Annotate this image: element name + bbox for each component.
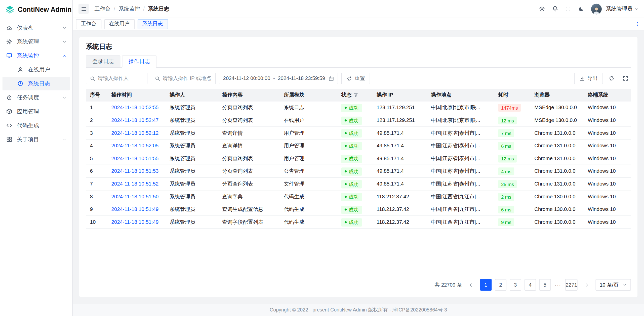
avatar[interactable]: [591, 4, 601, 14]
settings-button[interactable]: [536, 3, 548, 15]
operation-time-link[interactable]: 2024-11-18 10:52:12: [111, 130, 158, 136]
breadcrumb-current: 系统日志: [148, 5, 169, 12]
export-button[interactable]: 导出: [574, 73, 603, 84]
pagination-total: 共 22709 条: [435, 281, 462, 288]
status-dot: [345, 158, 347, 160]
operation-time-link[interactable]: 2024-11-18 10:51:49: [111, 206, 158, 212]
operation-time-link[interactable]: 2024-11-18 10:51:55: [111, 156, 158, 161]
ip-search-input[interactable]: [163, 75, 212, 81]
operation-time-link[interactable]: 2024-11-18 10:51:53: [111, 168, 158, 174]
row-os: Windows 10: [584, 140, 631, 152]
menu-icon: [81, 6, 87, 12]
page-ellipsis[interactable]: ···: [554, 282, 562, 288]
sidebar-collapse-button[interactable]: [78, 4, 89, 14]
row-module: 用户管理: [280, 140, 337, 152]
operation-time-link[interactable]: 2024-11-18 10:51:49: [111, 219, 158, 225]
notifications-button[interactable]: [549, 3, 561, 15]
tab-login-log[interactable]: 登录日志: [86, 55, 120, 68]
row-index: 9: [86, 203, 107, 215]
row-ip: 123.117.129.251: [373, 101, 427, 114]
row-os: Windows 10: [584, 101, 631, 114]
status-dot: [345, 145, 347, 147]
row-module: 代码生成: [280, 203, 337, 215]
sidebar-item-label: 系统监控: [17, 52, 39, 59]
tab-workbench[interactable]: 工作台: [76, 19, 101, 29]
status-text: 成功: [349, 178, 358, 190]
row-browser: MSEdge 130.0.0.0: [530, 114, 584, 126]
prev-page-button[interactable]: [465, 279, 477, 291]
sidebar-item-system-management[interactable]: 系统管理: [3, 35, 70, 49]
operator-search-input[interactable]: [98, 75, 143, 81]
row-location: 中国|江苏省|泰州市|...: [427, 140, 494, 152]
row-ip: 49.85.171.4: [373, 152, 427, 165]
logo[interactable]: ContiNew Admin: [0, 0, 72, 19]
tab-system-log[interactable]: 系统日志: [137, 19, 168, 29]
duration-badge: 12 ms: [498, 117, 517, 124]
dark-mode-button[interactable]: [575, 3, 587, 15]
chevron-up-icon: [62, 54, 66, 58]
page-button-1[interactable]: 1: [480, 279, 492, 291]
page-button-3[interactable]: 3: [510, 279, 521, 291]
sidebar-item-about-project[interactable]: 关于项目: [3, 132, 70, 146]
expand-icon: [623, 75, 628, 81]
tab-online-users[interactable]: 在线用户: [104, 19, 135, 29]
next-page-button[interactable]: [581, 279, 592, 291]
gear-icon: [539, 6, 545, 12]
fullscreen-button[interactable]: [562, 3, 574, 15]
sidebar: ContiNew Admin 仪表盘 系统管理 系统监控 在线用户: [0, 0, 73, 316]
duration-badge: 4 ms: [498, 167, 514, 175]
column-header: 所属模块: [280, 89, 337, 101]
refresh-icon: [609, 75, 615, 81]
row-os: Windows 10: [584, 216, 631, 228]
code-icon: [6, 122, 12, 128]
page-title: 系统日志: [86, 43, 631, 51]
operation-time-link[interactable]: 2024-11-18 10:52:55: [111, 105, 158, 110]
status-text: 成功: [349, 127, 358, 139]
status-dot: [345, 196, 347, 198]
status-dot: [345, 107, 347, 109]
page-size-select[interactable]: 10 条/页: [596, 279, 631, 291]
row-operator: 系统管理员: [166, 114, 218, 126]
download-icon: [580, 76, 585, 81]
duration-badge: 9 ms: [498, 218, 514, 226]
page-button-last[interactable]: 2271: [565, 279, 578, 291]
row-index: 1: [86, 101, 107, 114]
tab-operation-log[interactable]: 操作日志: [122, 55, 156, 68]
operation-time-link[interactable]: 2024-11-18 10:51:52: [111, 181, 158, 187]
sidebar-item-task-schedule[interactable]: 任务调度: [3, 91, 70, 104]
breadcrumb-item[interactable]: 系统监控: [118, 5, 140, 12]
breadcrumb-item[interactable]: 工作台: [95, 5, 111, 12]
footer: Copyright © 2022 - present ContiNew Admi…: [73, 304, 644, 316]
page-button-2[interactable]: 2: [495, 279, 506, 291]
reset-button[interactable]: 重置: [342, 73, 370, 84]
page-button-5[interactable]: 5: [539, 279, 551, 291]
operation-time-link[interactable]: 2024-11-18 10:51:50: [111, 194, 158, 200]
operation-time-link[interactable]: 2024-11-18 10:52:47: [111, 117, 158, 123]
row-ip: 123.117.129.251: [373, 114, 427, 126]
sidebar-item-online-users[interactable]: 在线用户: [3, 63, 70, 76]
filter-funnel-icon[interactable]: [354, 93, 358, 97]
sidebar-item-dashboard[interactable]: 仪表盘: [3, 21, 70, 34]
status-text: 成功: [349, 114, 358, 126]
row-content: 查询详情: [218, 127, 280, 139]
refresh-table-button[interactable]: [606, 73, 617, 84]
duration-badge: 25 ms: [498, 180, 517, 188]
status-dot: [345, 170, 347, 172]
sidebar-item-code-generation[interactable]: 代码生成: [3, 119, 70, 132]
operation-time-link[interactable]: 2024-11-18 10:52:05: [111, 143, 158, 149]
status-badge: 成功: [341, 116, 362, 125]
sidebar-item-system-monitor[interactable]: 系统监控: [3, 49, 70, 62]
table-fullscreen-button[interactable]: [620, 73, 631, 84]
date-range-picker[interactable]: 2024-11-12 00:00:00 - 2024-11-18 23:59:5…: [219, 73, 338, 84]
table-row: 4 2024-11-18 10:52:05 系统管理员 查询详情 用户管理 成功…: [86, 140, 631, 152]
reset-label: 重置: [355, 75, 365, 82]
chevron-down-icon: [62, 26, 66, 30]
user-menu[interactable]: 系统管理员: [606, 5, 638, 12]
status-badge: 成功: [341, 180, 362, 188]
page-button-4[interactable]: 4: [525, 279, 536, 291]
sidebar-item-app-management[interactable]: 应用管理: [3, 105, 70, 118]
tabs-more-button[interactable]: [633, 20, 641, 28]
row-location: 中国|江苏省|泰州市|...: [427, 165, 494, 177]
sidebar-item-system-log[interactable]: 系统日志: [3, 77, 70, 90]
log-tabs: 登录日志 操作日志: [86, 55, 631, 68]
